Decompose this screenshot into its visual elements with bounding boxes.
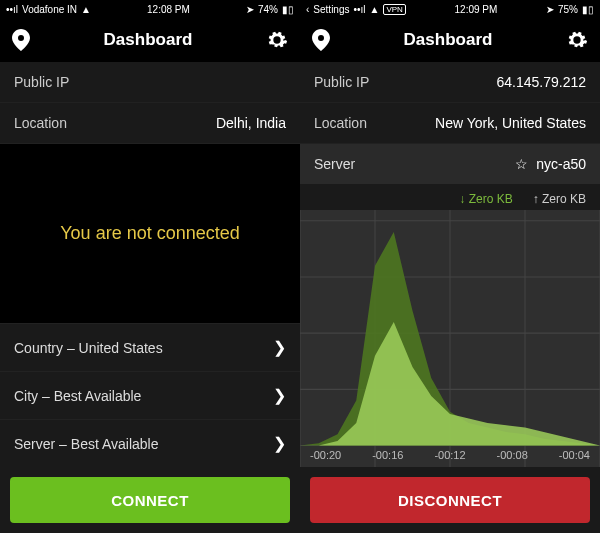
server-value: nyc-a50 xyxy=(536,156,586,172)
x-tick: -00:20 xyxy=(310,449,341,461)
map-pin-icon[interactable] xyxy=(312,29,330,51)
clock: 12:08 PM xyxy=(147,4,190,15)
location-label: Location xyxy=(14,115,67,131)
city-option[interactable]: City – Best Available ❯ xyxy=(0,371,300,419)
star-icon[interactable]: ☆ xyxy=(515,156,528,172)
disconnect-button[interactable]: DISCONNECT xyxy=(310,477,590,523)
battery-icon: ▮▯ xyxy=(582,4,594,15)
back-label[interactable]: Settings xyxy=(313,4,349,15)
arrow-up-icon: ↑ xyxy=(533,192,539,206)
location-value: New York, United States xyxy=(435,115,586,131)
vpn-badge: VPN xyxy=(383,4,405,15)
public-ip-label: Public IP xyxy=(314,74,369,90)
back-chevron-icon[interactable]: ‹ xyxy=(306,4,309,15)
public-ip-row: Public IP 64.145.79.212 xyxy=(300,62,600,103)
location-row: Location Delhi, India xyxy=(0,103,300,144)
chevron-right-icon: ❯ xyxy=(273,386,286,405)
public-ip-row: Public IP xyxy=(0,62,300,103)
wifi-icon: ▲ xyxy=(81,4,91,15)
server-label: Server xyxy=(314,156,355,172)
arrow-down-icon: ↓ xyxy=(459,192,465,206)
throughput-chart: -00:20-00:16-00:12-00:08-00:04 xyxy=(300,210,600,467)
connection-status-area: You are not connected xyxy=(0,144,300,323)
country-option-label: Country – United States xyxy=(14,340,163,356)
app-header: Dashboard xyxy=(300,18,600,62)
x-tick: -00:04 xyxy=(559,449,590,461)
page-title: Dashboard xyxy=(104,30,193,50)
connection-status-text: You are not connected xyxy=(60,223,239,244)
gear-icon[interactable] xyxy=(266,29,288,51)
status-bar: ••ıl Vodafone IN ▲ 12:08 PM ➤ 74% ▮▯ xyxy=(0,0,300,18)
pane-connected: ‹ Settings ••ıl ▲ VPN 12:09 PM ➤ 75% ▮▯ … xyxy=(300,0,600,533)
signal-icon: ••ıl xyxy=(353,4,365,15)
location-indicator-icon: ➤ xyxy=(246,4,254,15)
download-rate: Zero KB xyxy=(469,192,513,206)
x-tick: -00:08 xyxy=(497,449,528,461)
location-label: Location xyxy=(314,115,367,131)
wifi-icon: ▲ xyxy=(370,4,380,15)
clock: 12:09 PM xyxy=(455,4,498,15)
battery-pct: 75% xyxy=(558,4,578,15)
country-option[interactable]: Country – United States ❯ xyxy=(0,323,300,371)
page-title: Dashboard xyxy=(404,30,493,50)
server-row[interactable]: Server ☆ nyc-a50 xyxy=(300,144,600,184)
public-ip-value: 64.145.79.212 xyxy=(496,74,586,90)
status-bar: ‹ Settings ••ıl ▲ VPN 12:09 PM ➤ 75% ▮▯ xyxy=(300,0,600,18)
server-option-label: Server – Best Available xyxy=(14,436,159,452)
chevron-right-icon: ❯ xyxy=(273,338,286,357)
chevron-right-icon: ❯ xyxy=(273,434,286,453)
x-tick: -00:16 xyxy=(372,449,403,461)
chart-x-axis: -00:20-00:16-00:12-00:08-00:04 xyxy=(300,449,600,461)
battery-icon: ▮▯ xyxy=(282,4,294,15)
city-option-label: City – Best Available xyxy=(14,388,141,404)
location-row: Location New York, United States xyxy=(300,103,600,144)
connect-button[interactable]: CONNECT xyxy=(10,477,290,523)
public-ip-label: Public IP xyxy=(14,74,69,90)
map-pin-icon[interactable] xyxy=(12,29,30,51)
gear-icon[interactable] xyxy=(566,29,588,51)
pane-disconnected: ••ıl Vodafone IN ▲ 12:08 PM ➤ 74% ▮▯ Das… xyxy=(0,0,300,533)
upload-rate: Zero KB xyxy=(542,192,586,206)
location-value: Delhi, India xyxy=(216,115,286,131)
app-header: Dashboard xyxy=(0,18,300,62)
location-indicator-icon: ➤ xyxy=(546,4,554,15)
signal-icon: ••ıl xyxy=(6,4,18,15)
server-option[interactable]: Server – Best Available ❯ xyxy=(0,419,300,467)
x-tick: -00:12 xyxy=(434,449,465,461)
rates-row: ↓ Zero KB ↑ Zero KB xyxy=(300,184,600,210)
carrier: Vodafone IN xyxy=(22,4,77,15)
battery-pct: 74% xyxy=(258,4,278,15)
